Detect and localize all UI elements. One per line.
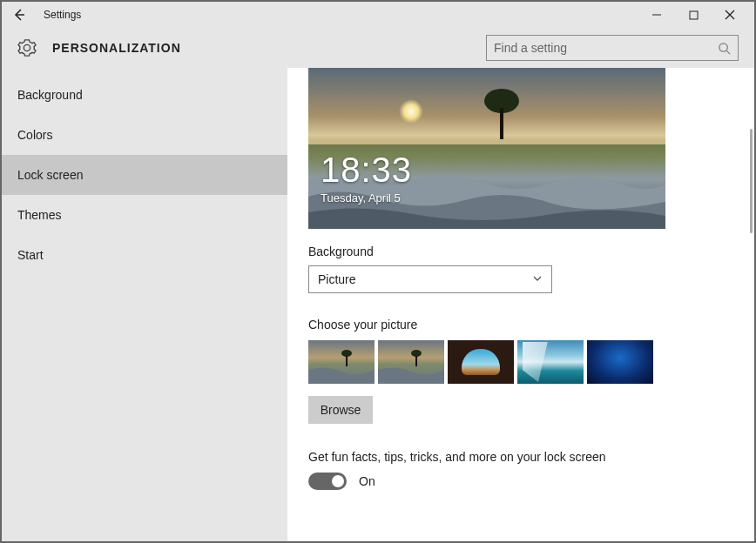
chevron-down-icon <box>532 272 543 287</box>
sidebar-item-label: Background <box>17 88 83 102</box>
picture-thumb-3[interactable] <box>448 340 514 384</box>
svg-point-4 <box>719 43 727 50</box>
maximize-icon <box>689 10 699 20</box>
minimize-icon <box>651 10 662 20</box>
svg-point-8 <box>341 350 352 357</box>
svg-rect-1 <box>690 11 698 19</box>
clock-time: 18:33 <box>321 151 412 190</box>
sidebar-item-start[interactable]: Start <box>2 235 287 275</box>
content-pane: 18:33 Tuesday, April 5 Background Pictur… <box>287 68 754 541</box>
search-icon <box>718 42 731 55</box>
background-dropdown[interactable]: Picture <box>308 265 552 293</box>
lockscreen-preview: 18:33 Tuesday, April 5 <box>308 68 665 229</box>
body: Background Colors Lock screen Themes Sta… <box>2 68 754 541</box>
close-icon <box>725 10 735 20</box>
search-input[interactable] <box>494 41 718 55</box>
maximize-button[interactable] <box>676 3 711 26</box>
sidebar-item-label: Themes <box>17 208 62 222</box>
svg-rect-7 <box>500 108 503 139</box>
minimize-button[interactable] <box>639 3 674 26</box>
sidebar: Background Colors Lock screen Themes Sta… <box>2 68 287 541</box>
window-buttons <box>639 3 747 26</box>
search-box[interactable] <box>486 35 739 61</box>
picture-thumb-5[interactable] <box>587 340 653 384</box>
page-title: PERSONALIZATION <box>52 41 181 55</box>
toggle-state-label: On <box>359 474 375 488</box>
titlebar: Settings <box>2 2 754 28</box>
fun-facts-label: Get fun facts, tips, tricks, and more on… <box>308 450 674 464</box>
sidebar-item-background[interactable]: Background <box>2 75 287 115</box>
toggle-knob <box>332 475 344 487</box>
choose-picture-label: Choose your picture <box>308 318 754 332</box>
settings-window: Settings PERSONALIZATION Background Colo… <box>0 0 756 543</box>
sidebar-item-label: Start <box>17 248 44 262</box>
gear-icon <box>17 38 37 57</box>
dropdown-value: Picture <box>318 272 356 286</box>
picture-thumbnails <box>308 340 754 384</box>
fun-facts-toggle-row: On <box>308 473 754 490</box>
picture-thumb-1[interactable] <box>308 340 375 384</box>
tree-icon <box>483 87 521 143</box>
picture-thumb-2[interactable] <box>378 340 444 384</box>
clock-date: Tuesday, April 5 <box>321 191 412 204</box>
background-label: Background <box>308 245 754 258</box>
scrollbar[interactable] <box>750 129 753 233</box>
picture-thumb-4[interactable] <box>517 340 584 384</box>
back-button[interactable] <box>9 4 30 25</box>
sidebar-item-colors[interactable]: Colors <box>2 115 287 155</box>
sidebar-item-lock-screen[interactable]: Lock screen <box>2 155 287 195</box>
close-button[interactable] <box>712 3 747 26</box>
sidebar-item-label: Colors <box>17 128 52 142</box>
lockscreen-clock: 18:33 Tuesday, April 5 <box>321 151 412 204</box>
svg-line-5 <box>726 50 730 54</box>
fun-facts-toggle[interactable] <box>308 473 347 490</box>
window-title: Settings <box>44 9 81 21</box>
header: PERSONALIZATION <box>2 28 754 68</box>
sidebar-item-label: Lock screen <box>17 168 83 182</box>
arrow-left-icon <box>12 8 26 22</box>
browse-button[interactable]: Browse <box>308 396 373 424</box>
svg-point-10 <box>411 350 422 357</box>
sidebar-item-themes[interactable]: Themes <box>2 195 287 235</box>
